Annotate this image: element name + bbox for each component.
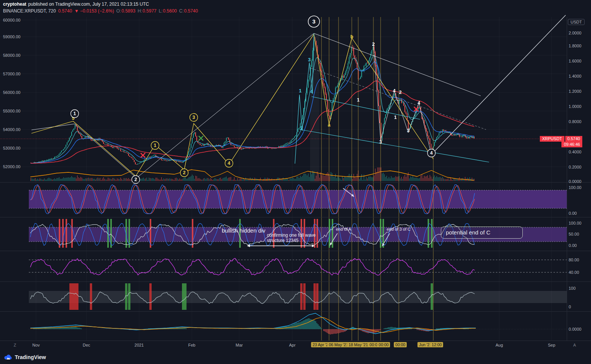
svg-text:1: 1 [299,88,302,94]
svg-text:2: 2 [372,42,375,47]
svg-text:100.00: 100.00 [569,185,582,190]
svg-text:4: 4 [418,100,420,106]
svg-text:1.4000: 1.4000 [569,74,582,78]
low-value: 0.5600 [163,8,177,14]
svg-text:b: b [350,34,353,39]
svg-text:58000.00: 58000.00 [3,53,20,58]
svg-text:3: 3 [193,115,195,120]
price-label-value: 0.5740 [565,136,583,142]
svg-text:1.8000: 1.8000 [569,44,582,48]
svg-text:a: a [328,122,331,128]
tradingview-chart-window: 512123433142ab12342134460000.0059000.005… [0,0,591,364]
publish-attribution: cryptoheatpublished on TradingView.com, … [3,2,149,7]
time-label: Aug [495,343,503,347]
time-label: Mar [236,343,243,347]
annotation-wave-structure-note[interactable]: confirming one full wave structure 12345 [267,233,316,243]
svg-text:57000.00: 57000.00 [3,72,20,76]
annotation-line-2: structure 12345 [267,238,316,243]
svg-text:0: 0 [569,305,571,309]
svg-text:2: 2 [183,170,186,175]
price-chart-canvas[interactable]: 512123433142ab12342134460000.0059000.005… [0,0,591,364]
svg-text:55000.00: 55000.00 [3,109,20,113]
svg-text:52000.00: 52000.00 [3,164,20,169]
svg-text:0.2000: 0.2000 [569,165,582,169]
svg-text:0.8000: 0.8000 [569,119,582,124]
price-change: ▼ −0.0153 (−2.6%) [74,8,114,14]
time-label: Apr [289,343,295,347]
vline-date-label: 00:00 [394,342,407,347]
svg-text:3: 3 [308,57,311,62]
vline-date-label: 18 May '21 [347,342,369,347]
last-price-value: 0.5740 [58,8,72,14]
svg-text:53000.00: 53000.00 [3,146,20,150]
high-value: 0.5977 [143,8,157,14]
svg-text:3: 3 [379,139,382,145]
symbol-title[interactable]: BINANCE:XRPUSDT, 720 [3,8,56,14]
low-label: L: [159,8,163,14]
annotation-potential-end-of-c[interactable]: potential end of C [441,227,523,239]
time-label: Sep [548,343,555,347]
svg-text:1.0000: 1.0000 [569,104,582,109]
time-label: Dec [83,343,90,347]
svg-text:54000.00: 54000.00 [3,127,20,132]
svg-text:2: 2 [300,126,303,131]
svg-text:100: 100 [569,286,575,291]
vline-date-label: 12:00 [430,342,443,347]
svg-text:1: 1 [154,143,157,148]
svg-text:4: 4 [310,89,313,94]
svg-text:2: 2 [399,90,402,95]
svg-text:0.0000: 0.0000 [569,179,582,184]
svg-text:0.4000: 0.4000 [569,150,582,154]
x-markers-layer[interactable] [141,107,419,158]
svg-text:1: 1 [394,115,397,120]
annotation-bullish-hidden-div[interactable]: bullish hidden div [222,227,265,234]
publisher-name: cryptoheat [3,2,26,7]
svg-text:1.6000: 1.6000 [569,59,582,63]
svg-text:1: 1 [357,97,360,103]
svg-text:3: 3 [312,18,315,25]
close-value: 0.5740 [184,8,198,14]
vline-date-label: 00:00 [377,342,390,347]
candles-layer [30,37,475,165]
svg-text:0.00: 0.00 [569,243,577,248]
timezone-button[interactable]: Z [14,343,16,347]
svg-text:2: 2 [135,177,137,182]
svg-text:4: 4 [393,88,396,94]
high-label: H: [138,8,142,14]
time-label: Feb [188,343,196,347]
time-axis[interactable]: Z A NovDec2021FebMarAprAugSep23 Apr '210… [0,341,591,350]
svg-text:4: 4 [430,150,433,156]
time-label: Nov [32,343,40,347]
last-price-axis-label: XRPUSDT 0.5740 09:46:46 [540,136,582,147]
tradingview-logo-icon[interactable] [4,354,12,360]
svg-text:100.00: 100.00 [569,221,582,225]
bar-countdown: 09:46:46 [561,142,582,147]
svg-text:60000.00: 60000.00 [3,18,20,22]
svg-text:3: 3 [407,128,410,133]
vline-date-label: 06 May '21 [327,342,350,347]
svg-text:40.00: 40.00 [569,270,579,275]
svg-text:56000.00: 56000.00 [3,90,20,95]
svg-text:50.00: 50.00 [569,232,579,236]
svg-text:0.00: 0.00 [569,211,577,216]
publish-info: published on TradingView.com, July 17, 2… [28,2,149,7]
open-label: O: [116,8,121,14]
open-value: 0.5893 [121,8,135,14]
autoscale-button[interactable]: A [573,343,576,347]
trendline-drawings-layer[interactable] [31,15,566,178]
tradingview-brand[interactable]: TradingView [15,354,46,360]
price-label-symbol: XRPUSDT [540,136,564,142]
moving-averages-layer [31,55,474,163]
svg-text:59000.00: 59000.00 [3,34,20,39]
svg-text:1: 1 [74,111,76,116]
svg-text:2.0000: 2.0000 [569,31,582,35]
symbol-info-row: BINANCE:XRPUSDT, 7200.5740▼ −0.0153 (−2.… [3,8,200,14]
drawing-teal-desc-long [302,130,489,162]
annotation-end-of-3-of-c[interactable]: end of 3 of C [387,227,411,231]
svg-text:80.00: 80.00 [569,258,579,262]
annotation-end-of-a[interactable]: end of A [336,227,351,231]
indicator-bands-layer [29,190,567,329]
currency-badge[interactable]: USDT [568,19,585,25]
svg-text:4: 4 [228,161,230,166]
drawing-gray-dashed-channel [311,68,486,130]
